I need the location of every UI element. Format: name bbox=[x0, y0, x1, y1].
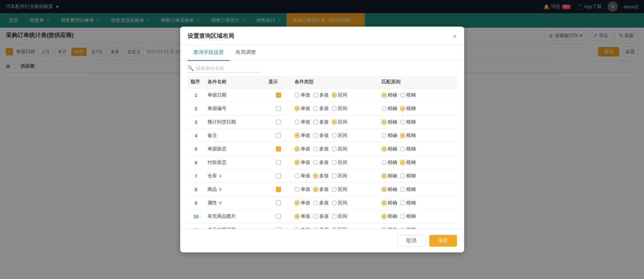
radio-multi-value[interactable]: 多值 bbox=[313, 105, 329, 112]
radio-multi-value[interactable]: 多值 bbox=[313, 119, 329, 125]
modal-close-btn[interactable]: × bbox=[453, 33, 457, 40]
row-name: 单据编号 bbox=[205, 102, 265, 115]
radio-range[interactable]: 区间 bbox=[332, 186, 347, 193]
radio-fuzzy[interactable]: 模糊 bbox=[400, 213, 416, 220]
display-checkbox[interactable] bbox=[276, 173, 281, 178]
radio-single-value[interactable]: 单值 bbox=[295, 119, 310, 125]
radio-multi-value[interactable]: 多值 bbox=[313, 146, 329, 152]
row-display-checkbox[interactable] bbox=[265, 183, 292, 196]
radio-exact[interactable]: 精确 bbox=[382, 213, 397, 220]
radio-multi-value[interactable]: 多值 bbox=[313, 186, 329, 193]
row-display-checkbox[interactable] bbox=[265, 169, 292, 183]
row-display-checkbox[interactable] bbox=[265, 196, 292, 210]
radio-exact[interactable]: 精确 bbox=[382, 92, 397, 98]
table-row: 9 属性 ∨ 单值 多值 区间 bbox=[187, 196, 457, 210]
radio-fuzzy[interactable]: 模糊 bbox=[400, 146, 416, 152]
row-match: 精确 模糊 bbox=[379, 89, 457, 102]
row-name: 预计到货日期 bbox=[205, 115, 265, 129]
row-name: 单据日期 bbox=[205, 89, 265, 102]
radio-multi-value[interactable]: 多值 bbox=[313, 213, 329, 220]
row-order: 1 bbox=[187, 89, 205, 102]
radio-fuzzy[interactable]: 模糊 bbox=[400, 186, 416, 193]
row-type: 单值 多值 区间 bbox=[292, 196, 379, 210]
row-display-checkbox[interactable] bbox=[265, 142, 292, 156]
radio-exact[interactable]: 精确 bbox=[382, 146, 397, 152]
display-checkbox[interactable] bbox=[276, 160, 281, 165]
row-order: 10 bbox=[187, 210, 205, 223]
th-match: 匹配原则 bbox=[379, 76, 457, 89]
display-checkbox[interactable] bbox=[276, 146, 281, 152]
row-display-checkbox[interactable] bbox=[265, 102, 292, 115]
radio-fuzzy[interactable]: 模糊 bbox=[400, 92, 416, 98]
row-type: 单值 多值 区间 bbox=[292, 102, 379, 115]
row-order: 6 bbox=[187, 156, 205, 169]
tab-query-fields[interactable]: 查询字段设置 bbox=[187, 45, 230, 61]
row-display-checkbox[interactable] bbox=[265, 129, 292, 142]
display-checkbox[interactable] bbox=[276, 187, 281, 192]
table-row: 8 商品 ∨ 单值 多值 区间 bbox=[187, 183, 457, 196]
row-type: 单值 多值 区间 bbox=[292, 183, 379, 196]
cancel-btn[interactable]: 取消 bbox=[397, 235, 426, 247]
modal-header: 设置查询区域布局 × bbox=[180, 27, 464, 45]
row-type: 单值 多值 区间 bbox=[292, 156, 379, 169]
th-display: 显示 bbox=[265, 76, 292, 89]
row-display-checkbox[interactable] bbox=[265, 223, 292, 229]
radio-fuzzy[interactable]: 模糊 bbox=[400, 119, 416, 125]
display-checkbox[interactable] bbox=[276, 106, 281, 111]
radio-range[interactable]: 区间 bbox=[332, 105, 347, 112]
radio-single-value[interactable]: 单值 bbox=[295, 92, 310, 98]
save-btn[interactable]: 保存 bbox=[429, 235, 457, 247]
radio-range[interactable]: 区间 bbox=[332, 92, 347, 98]
radio-single-value[interactable]: 单值 bbox=[295, 146, 310, 152]
display-checkbox[interactable] bbox=[276, 93, 281, 98]
radio-exact[interactable]: 精确 bbox=[382, 159, 397, 166]
radio-multi-value[interactable]: 多值 bbox=[313, 132, 329, 139]
row-display-checkbox[interactable] bbox=[265, 115, 292, 129]
radio-range[interactable]: 区间 bbox=[332, 119, 347, 125]
radio-exact[interactable]: 精确 bbox=[382, 119, 397, 125]
row-display-checkbox[interactable] bbox=[265, 156, 292, 169]
radio-single-value[interactable]: 单值 bbox=[295, 132, 310, 139]
radio-multi-value[interactable]: 多值 bbox=[313, 159, 329, 166]
radio-fuzzy[interactable]: 模糊 bbox=[400, 105, 416, 112]
search-icon: 🔍 bbox=[187, 65, 194, 71]
radio-single-value[interactable]: 单值 bbox=[295, 105, 310, 112]
display-checkbox[interactable] bbox=[276, 133, 281, 138]
display-checkbox[interactable] bbox=[276, 119, 281, 125]
modal-tabs: 查询字段设置 布局调整 bbox=[180, 45, 464, 61]
row-match: 精确 模糊 bbox=[379, 115, 457, 129]
radio-exact[interactable]: 精确 bbox=[382, 173, 397, 179]
radio-fuzzy[interactable]: 模糊 bbox=[400, 200, 416, 206]
radio-range[interactable]: 区间 bbox=[332, 146, 347, 152]
row-name: 有无商品图片 bbox=[205, 210, 265, 223]
display-checkbox[interactable] bbox=[276, 200, 281, 205]
tab-layout-adjust[interactable]: 布局调整 bbox=[230, 45, 262, 61]
table-row: 3 预计到货日期 单值 多值 区间 bbox=[187, 115, 457, 129]
radio-range[interactable]: 区间 bbox=[332, 213, 347, 220]
radio-single-value[interactable]: 单值 bbox=[295, 173, 310, 179]
radio-fuzzy[interactable]: 模糊 bbox=[400, 173, 416, 179]
radio-multi-value[interactable]: 多值 bbox=[313, 92, 329, 98]
row-display-checkbox[interactable] bbox=[265, 210, 292, 223]
radio-range[interactable]: 区间 bbox=[332, 132, 347, 139]
radio-single-value[interactable]: 单值 bbox=[295, 200, 310, 206]
row-match: 精确 模糊 bbox=[379, 169, 457, 183]
radio-exact[interactable]: 精确 bbox=[382, 132, 397, 139]
radio-fuzzy[interactable]: 模糊 bbox=[400, 132, 416, 139]
radio-range[interactable]: 区间 bbox=[332, 173, 347, 179]
radio-multi-value[interactable]: 多值 bbox=[313, 200, 329, 206]
radio-exact[interactable]: 精确 bbox=[382, 105, 397, 112]
condition-search-input[interactable] bbox=[196, 66, 254, 71]
radio-exact[interactable]: 精确 bbox=[382, 200, 397, 206]
radio-single-value[interactable]: 单值 bbox=[295, 213, 310, 220]
radio-range[interactable]: 区间 bbox=[332, 159, 347, 166]
radio-single-value[interactable]: 单值 bbox=[295, 159, 310, 166]
radio-single-value[interactable]: 单值 bbox=[295, 186, 310, 193]
row-match: 精确 模糊 bbox=[379, 156, 457, 169]
radio-exact[interactable]: 精确 bbox=[382, 186, 397, 193]
radio-range[interactable]: 区间 bbox=[332, 200, 347, 206]
radio-multi-value[interactable]: 多值 bbox=[313, 173, 329, 179]
radio-fuzzy[interactable]: 模糊 bbox=[400, 159, 416, 166]
display-checkbox[interactable] bbox=[276, 214, 281, 219]
row-display-checkbox[interactable] bbox=[265, 89, 292, 102]
